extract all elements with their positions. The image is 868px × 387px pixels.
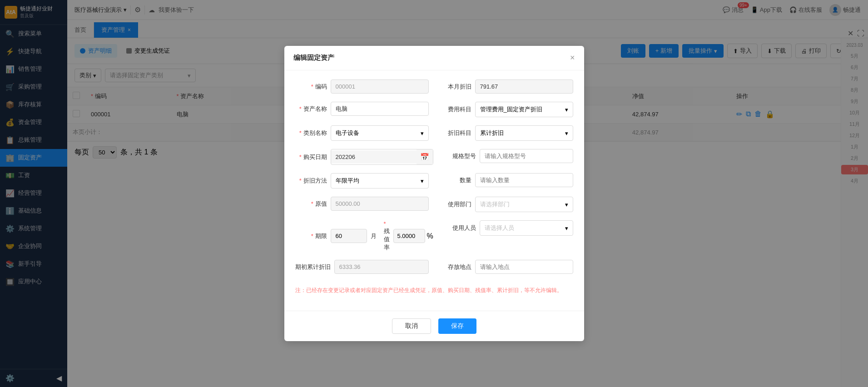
residual-rate-unit: % bbox=[427, 232, 433, 240]
chevron-down-icon: ▾ bbox=[565, 106, 568, 113]
period-unit: 月 bbox=[371, 232, 377, 240]
depr-method-select[interactable]: 年限平均 ▾ bbox=[331, 173, 429, 189]
form-row-6: * 原值 使用部门 请选择部门 ▾ bbox=[295, 197, 573, 212]
expense-subject-select[interactable]: 管理费用_固定资产折旧 ▾ bbox=[475, 102, 573, 117]
form-row-4: * 购买日期 📅 规格型号 bbox=[295, 149, 573, 165]
form-item-initial-depr: 期初累计折旧 bbox=[295, 260, 429, 274]
residual-rate-label: * 残值率 bbox=[384, 220, 390, 252]
quantity-label: 数量 bbox=[440, 176, 471, 184]
depr-method-value: 年限平均 bbox=[336, 177, 419, 185]
calendar-icon[interactable]: 📅 bbox=[417, 149, 433, 164]
user-label: 使用人员 bbox=[444, 224, 476, 232]
period-group: 月 * 残值率 % bbox=[331, 220, 433, 252]
this-month-depr-label: 本月折旧 bbox=[440, 83, 471, 91]
user-select[interactable]: 请选择人员 ▾ bbox=[480, 220, 573, 236]
asset-name-label: * 资产名称 bbox=[295, 105, 327, 113]
modal-header: 编辑固定资产 × bbox=[284, 46, 584, 70]
asset-name-input[interactable] bbox=[331, 102, 429, 116]
this-month-depr-input bbox=[475, 79, 573, 94]
depr-subject-label: 折旧科目 bbox=[440, 129, 471, 137]
chevron-down-icon: ▾ bbox=[565, 201, 568, 208]
modal-close-button[interactable]: × bbox=[570, 53, 575, 63]
code-label: * 编码 bbox=[295, 83, 327, 91]
category-select[interactable]: 电子设备 ▾ bbox=[331, 125, 429, 141]
form-row-2: * 资产名称 费用科目 管理费用_固定资产折旧 ▾ bbox=[295, 102, 573, 117]
quantity-input[interactable] bbox=[475, 173, 573, 187]
form-item-original-value: * 原值 bbox=[295, 197, 429, 211]
form-item-code: * 编码 bbox=[295, 79, 429, 94]
chevron-down-icon: ▾ bbox=[565, 225, 568, 232]
code-input[interactable] bbox=[331, 79, 429, 94]
form-item-category: * 类别名称 电子设备 ▾ bbox=[295, 125, 429, 141]
initial-depr-label: 期初累计折旧 bbox=[295, 263, 331, 271]
chevron-down-icon: ▾ bbox=[421, 130, 424, 137]
edit-asset-modal: 编辑固定资产 × * 编码 本月折旧 bbox=[284, 46, 584, 341]
dept-placeholder: 请选择部门 bbox=[480, 200, 563, 208]
form-item-user: 使用人员 请选择人员 ▾ bbox=[444, 220, 573, 236]
form-row-7: * 期限 月 * 残值率 % bbox=[295, 220, 573, 252]
depr-subject-select[interactable]: 累计折旧 ▾ bbox=[475, 125, 573, 141]
residual-rate-group: % bbox=[393, 229, 433, 243]
chevron-down-icon: ▾ bbox=[421, 178, 424, 184]
form-item-this-month-depr: 本月折旧 bbox=[440, 79, 573, 94]
form-row-3: * 类别名称 电子设备 ▾ 折旧科目 累计折旧 ▾ bbox=[295, 125, 573, 141]
form-item-expense-subject: 费用科目 管理费用_固定资产折旧 ▾ bbox=[440, 102, 573, 117]
form-item-quantity: 数量 bbox=[440, 173, 573, 187]
depr-subject-value: 累计折旧 bbox=[480, 129, 563, 137]
note-text: 注：已经存在变更记录或者对应固定资产已经生成凭证，原值、购买日期、残值率、累计折… bbox=[295, 282, 573, 302]
form-row-5: * 折旧方法 年限平均 ▾ 数量 bbox=[295, 173, 573, 189]
save-button[interactable]: 保存 bbox=[438, 318, 476, 334]
modal-overlay: 编辑固定资产 × * 编码 本月折旧 bbox=[0, 0, 868, 387]
dept-label: 使用部门 bbox=[440, 200, 471, 208]
expense-subject-label: 费用科目 bbox=[440, 105, 471, 114]
form-item-spec: 规格型号 bbox=[444, 149, 573, 163]
category-value: 电子设备 bbox=[336, 129, 419, 137]
modal-footer: 取消 保存 bbox=[284, 311, 584, 341]
initial-depr-input[interactable] bbox=[334, 260, 429, 274]
chevron-down-icon: ▾ bbox=[565, 130, 568, 137]
location-input[interactable] bbox=[475, 260, 573, 274]
form-row-8: 期初累计折旧 存放地点 bbox=[295, 260, 573, 274]
form-item-period: * 期限 月 * 残值率 % bbox=[295, 220, 433, 252]
form-item-dept: 使用部门 请选择部门 ▾ bbox=[440, 197, 573, 212]
cancel-button[interactable]: 取消 bbox=[392, 318, 431, 334]
form-item-depr-subject: 折旧科目 累计折旧 ▾ bbox=[440, 125, 573, 141]
form-item-asset-name: * 资产名称 bbox=[295, 102, 429, 116]
purchase-date-label: * 购买日期 bbox=[295, 153, 327, 161]
modal-body: * 编码 本月折旧 * 资产名称 bbox=[284, 70, 584, 311]
original-value-input[interactable] bbox=[331, 197, 429, 211]
form-row-1: * 编码 本月折旧 bbox=[295, 79, 573, 94]
purchase-date-wrapper: 📅 bbox=[331, 149, 433, 165]
user-placeholder: 请选择人员 bbox=[485, 224, 563, 232]
form-item-purchase-date: * 购买日期 📅 bbox=[295, 149, 433, 165]
period-input[interactable] bbox=[331, 229, 367, 243]
form-item-depr-method: * 折旧方法 年限平均 ▾ bbox=[295, 173, 429, 189]
residual-rate-input[interactable] bbox=[393, 229, 425, 243]
spec-label: 规格型号 bbox=[444, 152, 476, 160]
depr-method-label: * 折旧方法 bbox=[295, 177, 327, 185]
dept-select[interactable]: 请选择部门 ▾ bbox=[475, 197, 573, 212]
location-label: 存放地点 bbox=[440, 263, 471, 271]
purchase-date-input[interactable] bbox=[331, 150, 417, 164]
original-value-label: * 原值 bbox=[295, 200, 327, 208]
category-label: * 类别名称 bbox=[295, 129, 327, 137]
spec-input[interactable] bbox=[480, 149, 573, 163]
period-label: * 期限 bbox=[295, 232, 327, 240]
form-item-location: 存放地点 bbox=[440, 260, 573, 274]
modal-title: 编辑固定资产 bbox=[293, 54, 334, 62]
expense-subject-value: 管理费用_固定资产折旧 bbox=[480, 105, 563, 114]
